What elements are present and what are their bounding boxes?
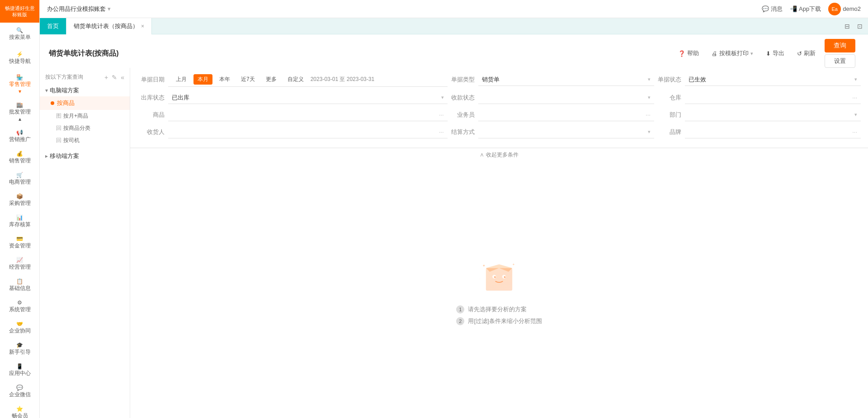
tab-minimize-icon[interactable]: ⊟ xyxy=(843,22,852,31)
scheme-group-mobile-title[interactable]: ▸ 移动端方案 xyxy=(40,150,130,162)
tab-bar: 首页 销货单统计表（按商品） × ⊟ ⊡ xyxy=(40,18,868,34)
payment-arrow[interactable]: ▾ xyxy=(648,129,651,135)
sidebar-item-quick-nav[interactable]: ⚡ 快捷导航 xyxy=(0,48,39,69)
empty-tip-1: 1 请先选择要分析的方案 xyxy=(456,305,542,314)
doc-status-input[interactable]: 已生效 ▾ xyxy=(685,73,861,86)
payment-label: 结算方式 xyxy=(448,128,475,136)
sidebar-item-ops[interactable]: 📈 经营管理 xyxy=(0,253,39,275)
sidebar-item-retail[interactable]: 🏪 零售管理 ▾ xyxy=(0,71,39,98)
tab-home[interactable]: 首页 xyxy=(40,18,66,34)
brand-more[interactable]: ··· xyxy=(852,128,857,135)
industry-dropdown-icon[interactable]: ▾ xyxy=(108,5,111,12)
scheme-group-desktop-title[interactable]: ▾ 电脑端方案 xyxy=(40,85,130,96)
out-status-input[interactable]: 已出库 ▾ xyxy=(168,91,448,104)
sidebar-item-marketing[interactable]: 📢 营销推广 xyxy=(0,126,39,147)
sidebar-item-finance[interactable]: 💳 资金管理 xyxy=(0,232,39,253)
department-arrow[interactable]: ▾ xyxy=(854,112,857,118)
scheme-item-by-product[interactable]: 按商品 xyxy=(40,96,130,110)
date-btn-last-month[interactable]: 上月 xyxy=(172,74,191,85)
export-label: 导出 xyxy=(773,49,784,57)
export-button[interactable]: ⬇ 导出 xyxy=(762,48,788,59)
add-scheme-icon[interactable]: + xyxy=(104,74,108,81)
sidebar-item-wechat[interactable]: 💬 企业微信 xyxy=(0,381,39,402)
sidebar-item-stock[interactable]: 📊 库存核算 xyxy=(0,211,39,232)
collapse-bar[interactable]: ∧ 收起更多条件 xyxy=(130,148,868,162)
sidebar-item-wholesale[interactable]: 🏬 批发管理 ▴ xyxy=(0,98,39,126)
scheme-sub-by-month-product[interactable]: 图 按月+商品 xyxy=(40,110,130,122)
salesman-cell: 业务员 ··· xyxy=(448,109,654,121)
date-btn-custom[interactable]: 自定义 xyxy=(283,74,308,85)
doc-type-input[interactable]: 销货单 ▾ xyxy=(478,73,654,86)
date-btn-last7[interactable]: 近7天 xyxy=(237,74,259,85)
sidebar-item-purchase[interactable]: 📦 采购管理 xyxy=(0,190,39,211)
product-more[interactable]: ··· xyxy=(439,111,444,118)
consignee-input[interactable]: ··· xyxy=(168,126,448,138)
download-icon: 📲 xyxy=(790,5,797,12)
app-download-button[interactable]: 📲 App下载 xyxy=(790,5,821,13)
date-filter-input[interactable]: 上月 本月 本年 近7天 更多 自定义 2023-03-01 至 2023-03… xyxy=(168,72,448,87)
print-button[interactable]: 🖨 按模板打印 ▾ xyxy=(708,48,757,59)
scheme-panel-header: 按以下方案查询 + ✎ « xyxy=(40,71,130,83)
sub-category-label: 按商品分类 xyxy=(63,124,90,132)
out-status-arrow[interactable]: ▾ xyxy=(441,95,444,100)
consignee-more[interactable]: ··· xyxy=(439,128,444,135)
user-menu[interactable]: Ea demo2 xyxy=(828,3,861,15)
tab-home-label: 首页 xyxy=(47,22,59,30)
sidebar-item-sales[interactable]: 💰 销售管理 xyxy=(0,147,39,168)
query-button[interactable]: 查询 xyxy=(825,39,855,52)
doc-type-arrow[interactable]: ▾ xyxy=(648,76,651,82)
date-btn-more[interactable]: 更多 xyxy=(262,74,281,85)
message-button[interactable]: 💬 消息 xyxy=(762,5,783,13)
sidebar-item-coop[interactable]: 🤝 企业协同 xyxy=(0,317,39,338)
payment-input[interactable]: ▾ xyxy=(478,126,654,138)
department-input[interactable]: ▾ xyxy=(685,109,861,121)
collect-status-input[interactable]: ▾ xyxy=(478,91,654,104)
collapse-scheme-icon[interactable]: « xyxy=(121,74,124,81)
doc-status-arrow[interactable]: ▾ xyxy=(854,76,857,82)
tab-close-button[interactable]: × xyxy=(141,23,144,29)
collect-status-cell: 收款状态 ▾ xyxy=(448,91,654,104)
scheme-sub-by-category[interactable]: 回 按商品分类 xyxy=(40,122,130,134)
app-logo: 畅捷通好生意 标账版 xyxy=(0,0,39,23)
svg-point-4 xyxy=(504,276,505,277)
sales-label: 销售管理 xyxy=(9,157,31,165)
svg-text:·: · xyxy=(480,277,480,280)
sidebar-item-member[interactable]: ⭐ 畅会员 xyxy=(0,402,39,418)
help-button[interactable]: ❓ 帮助 xyxy=(675,48,703,59)
setting-button[interactable]: 设置 xyxy=(825,54,855,68)
system-icon: ⚙ xyxy=(17,299,22,306)
sub-item-label: 按月+商品 xyxy=(63,112,88,120)
industry-title-text: 办公用品行业模拟账套 xyxy=(47,5,106,13)
date-label: 单据日期 xyxy=(137,76,165,84)
sidebar-item-system[interactable]: ⚙ 系统管理 xyxy=(0,296,39,317)
refresh-button[interactable]: ↺ 刷新 xyxy=(793,48,819,59)
member-label: 畅会员 xyxy=(12,412,28,418)
brand-cell: 品牌 ··· xyxy=(654,126,861,138)
date-btn-this-year[interactable]: 本年 xyxy=(215,74,234,85)
sidebar-item-basic[interactable]: 📋 基础信息 xyxy=(0,275,39,296)
salesman-input[interactable]: ··· xyxy=(478,109,654,121)
sidebar-item-ecom[interactable]: 🛒 电商管理 xyxy=(0,168,39,190)
warehouse-more[interactable]: ··· xyxy=(852,94,857,101)
date-btn-this-month[interactable]: 本月 xyxy=(193,74,212,85)
search-icon: 🔍 xyxy=(0,27,39,33)
scheme-sub-by-driver[interactable]: 回 按司机 xyxy=(40,134,130,147)
sidebar-item-newbie[interactable]: 🎓 新手引导 xyxy=(0,338,39,360)
edit-scheme-icon[interactable]: ✎ xyxy=(112,74,117,81)
salesman-more[interactable]: ··· xyxy=(646,111,651,118)
sidebar-item-appstore[interactable]: 📱 应用中心 xyxy=(0,360,39,381)
collect-status-arrow[interactable]: ▾ xyxy=(648,95,651,100)
appstore-icon: 📱 xyxy=(16,363,23,370)
product-input[interactable]: ··· xyxy=(168,109,448,121)
warehouse-input[interactable]: ··· xyxy=(685,91,861,104)
tab-maximize-icon[interactable]: ⊡ xyxy=(855,22,864,31)
doc-type-cell: 单据类型 销货单 ▾ xyxy=(448,73,654,86)
tab-active[interactable]: 销货单统计表（按商品） × xyxy=(66,18,152,34)
refresh-icon: ↺ xyxy=(797,50,802,57)
scheme-item-label: 按商品 xyxy=(57,99,75,107)
page-title: 销货单统计表(按商品) xyxy=(49,49,119,58)
search-menu-button[interactable]: 🔍 搜索菜单 xyxy=(0,23,39,46)
tip-num-1: 1 xyxy=(456,305,464,314)
scheme-panel-title: 按以下方案查询 xyxy=(45,73,83,81)
brand-input[interactable]: ··· xyxy=(685,126,861,138)
